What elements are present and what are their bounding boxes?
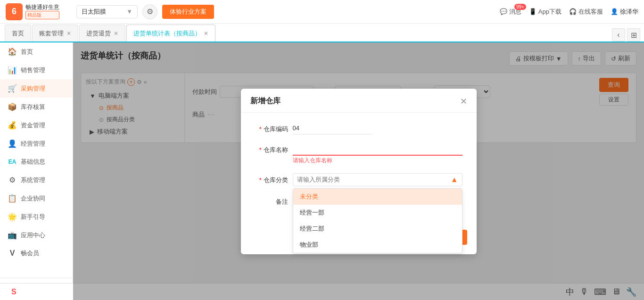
tab-purchase-stats[interactable]: 进货单统计表（按商品） ✕ (126, 25, 215, 42)
sidebar-item-finance[interactable]: 💰 资金管理 (0, 116, 73, 134)
category-toggle-icon[interactable]: ▲ (451, 175, 458, 184)
tab-purchase-stats-close[interactable]: ✕ (204, 30, 208, 37)
name-input[interactable] (293, 143, 462, 156)
sidebar-label-system: 系统管理 (21, 176, 45, 184)
vip-icon: V (8, 249, 17, 258)
basic-info-icon: EA (8, 158, 17, 165)
sidebar-label-sales: 销售管理 (21, 66, 45, 75)
home-icon: 🏠 (8, 47, 17, 56)
user-menu[interactable]: 👤 徐泽华 (611, 8, 638, 16)
sidebar-label-vip: 畅会员 (21, 249, 39, 258)
tab-accounts-close[interactable]: ✕ (66, 30, 71, 37)
sidebar-label-purchase: 采购管理 (21, 84, 45, 93)
top-right-area: 💬 消息 99+ 📱 App下载 🎧 在线客服 👤 徐泽华 (500, 8, 638, 16)
sidebar-item-purchase[interactable]: 🛒 采购管理 (0, 79, 73, 98)
apps-icon: 📺 (8, 231, 17, 240)
tab-scroll-left[interactable]: ‹ (612, 28, 625, 42)
app-download-button[interactable]: 📱 App下载 (529, 8, 561, 16)
dropdown-item-dept2[interactable]: 经营二部 (293, 221, 462, 237)
category-input[interactable] (297, 176, 451, 183)
store-selector[interactable]: 日太阳膜 ▼ (76, 5, 138, 18)
tab-purchase-return[interactable]: 进货退货 ✕ (79, 25, 125, 42)
category-field-wrap: ▲ 未分类 经营一部 经营二部 物业部 (293, 173, 462, 186)
trial-button[interactable]: 体验行业方案 (162, 5, 214, 19)
category-input-wrap: ▲ (293, 173, 462, 186)
sidebar-item-inventory[interactable]: 📦 库存核算 (0, 98, 73, 116)
brand-name: 畅捷通好生意 (25, 4, 59, 11)
tab-purchase-return-close[interactable]: ✕ (114, 30, 118, 37)
dropdown-item-dept3[interactable]: 物业部 (293, 237, 462, 253)
category-dropdown: 未分类 经营一部 经营二部 物业部 (293, 188, 462, 253)
tab-home[interactable]: 首页 (5, 25, 31, 42)
name-error-msg: 请输入仓库名称 (293, 157, 462, 165)
sidebar-item-home[interactable]: 🏠 首页 (0, 42, 73, 61)
remark-label: 备注 (255, 195, 288, 206)
category-label: 仓库分类 (255, 173, 288, 184)
tab-home-label: 首页 (12, 29, 24, 38)
dialog-body: 仓库编码 仓库名称 请输入仓库名称 (241, 113, 477, 225)
tab-controls: ‹ ⊞ (612, 28, 644, 42)
message-badge: 99+ (514, 4, 526, 10)
username: 徐泽华 (620, 8, 638, 16)
sidebar-item-vip[interactable]: V 畅会员 (0, 244, 73, 262)
code-form-row: 仓库编码 (255, 122, 462, 134)
name-form-row: 仓库名称 请输入仓库名称 (255, 143, 462, 165)
new-warehouse-dialog: 新增仓库 ✕ 仓库编码 仓库名称 (241, 89, 477, 254)
message-icon: 💬 (500, 8, 507, 15)
guide-icon: 🌟 (8, 212, 17, 221)
dialog-header: 新增仓库 ✕ (241, 89, 477, 113)
content-area: 进货单统计（按商品） 🖨 按模板打印 ▼ ↑ 导出 ↺ 刷新 (73, 42, 644, 300)
modal-overlay: 新增仓库 ✕ 仓库编码 仓库名称 (73, 42, 644, 300)
code-input[interactable] (293, 122, 372, 134)
finance-icon: 💰 (8, 121, 17, 130)
sidebar-item-basic-info[interactable]: EA 基础信息 (0, 153, 73, 171)
operations-icon: 👤 (8, 139, 17, 148)
system-icon: ⚙ (8, 175, 17, 184)
tab-accounts-label: 账套管理 (39, 29, 64, 38)
logo-area: 6 畅捷通好生意 精品版 (6, 3, 72, 20)
brand-edition: 精品版 (25, 11, 59, 19)
sidebar-item-guide[interactable]: 🌟 新手引导 (0, 208, 73, 226)
code-label: 仓库编码 (255, 122, 288, 133)
sidebar-item-apps[interactable]: 📺 应用中心 (0, 226, 73, 244)
sidebar-label-operations: 经营管理 (21, 140, 45, 148)
dropdown-item-dept1[interactable]: 经营一部 (293, 205, 462, 221)
sidebar-label-guide: 新手引导 (21, 213, 45, 221)
tab-scroll-right[interactable]: ⊞ (627, 28, 640, 42)
tab-accounts[interactable]: 账套管理 ✕ (32, 25, 78, 42)
dialog-title: 新增仓库 (250, 96, 281, 106)
tab-bar: 首页 账套管理 ✕ 进货退货 ✕ 进货单统计表（按商品） ✕ ‹ ⊞ (0, 24, 644, 42)
inventory-icon: 📦 (8, 102, 17, 111)
dialog-close-button[interactable]: ✕ (460, 96, 467, 107)
logo-icon: 6 (6, 3, 23, 20)
online-service-label: 在线客服 (578, 8, 603, 16)
user-icon: 👤 (611, 8, 618, 15)
purchase-icon: 🛒 (8, 84, 17, 93)
message-button[interactable]: 💬 消息 99+ (500, 8, 521, 16)
sidebar-label-enterprise: 企业协同 (21, 194, 45, 203)
main-layout: 🏠 首页 📊 销售管理 🛒 采购管理 📦 库存核算 💰 资金管理 👤 经营管理 … (0, 42, 644, 300)
sidebar-label-finance: 资金管理 (21, 121, 45, 130)
sidebar-label-inventory: 库存核算 (21, 103, 45, 111)
store-name: 日太阳膜 (82, 8, 106, 16)
settings-button[interactable]: ⚙ (142, 4, 157, 19)
sidebar: 🏠 首页 📊 销售管理 🛒 采购管理 📦 库存核算 💰 资金管理 👤 经营管理 … (0, 42, 73, 300)
sidebar-item-operations[interactable]: 👤 经营管理 (0, 134, 73, 153)
sidebar-item-sales[interactable]: 📊 销售管理 (0, 61, 73, 79)
top-bar: 6 畅捷通好生意 精品版 日太阳膜 ▼ ⚙ 体验行业方案 💬 消息 99+ 📱 … (0, 0, 644, 24)
headset-icon: 🎧 (569, 8, 577, 15)
tab-purchase-stats-label: 进货单统计表（按商品） (133, 29, 201, 38)
bottom-logo-icon: S (11, 288, 17, 296)
download-icon: 📱 (529, 8, 537, 15)
dropdown-item-uncategorized[interactable]: 未分类 (293, 189, 462, 205)
sidebar-label-apps: 应用中心 (21, 231, 45, 240)
sidebar-item-enterprise[interactable]: 📋 企业协同 (0, 189, 73, 208)
chevron-down-icon: ▼ (126, 8, 132, 15)
sidebar-label-basic-info: 基础信息 (21, 158, 45, 166)
sales-icon: 📊 (8, 66, 17, 75)
enterprise-icon: 📋 (8, 194, 17, 203)
category-form-row: 仓库分类 ▲ 未分类 经营一部 经营二部 物业部 (255, 173, 462, 186)
sidebar-item-system[interactable]: ⚙ 系统管理 (0, 171, 73, 189)
app-download-label: App下载 (538, 8, 561, 16)
online-service-button[interactable]: 🎧 在线客服 (569, 8, 603, 16)
